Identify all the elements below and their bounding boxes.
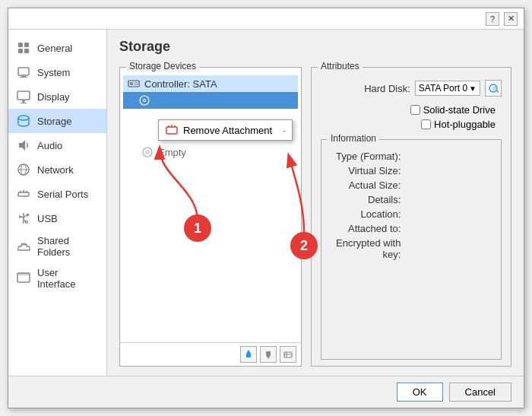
close-button[interactable]: ✕: [504, 12, 518, 26]
add-disk-button[interactable]: [240, 346, 257, 363]
solid-state-row: Solid-state Drive: [410, 104, 496, 116]
svg-marker-41: [246, 350, 251, 354]
attributes-panel: Attributes Hard Disk: SATA Port 0 ▼ 🔍: [311, 67, 511, 367]
sidebar-item-serial[interactable]: Serial Ports: [8, 182, 106, 206]
info-key-5: Attached to:: [328, 223, 407, 234]
controller-icon: [128, 78, 140, 90]
controller-label: Controller: SATA: [144, 78, 217, 90]
sidebar-item-system[interactable]: System: [8, 60, 106, 84]
svg-rect-4: [18, 68, 29, 75]
info-key-0: Type (Format):: [328, 151, 407, 162]
info-row-0: Type (Format):: [328, 149, 495, 164]
sidebar-item-audio[interactable]: Audio: [8, 133, 106, 157]
main-content: Storage Storage Devices Controll: [107, 30, 524, 376]
sidebar-item-storage[interactable]: Storage: [8, 109, 106, 133]
storage-icon: [16, 113, 31, 129]
remove-disk-button[interactable]: [260, 346, 277, 363]
disk-item[interactable]: [123, 92, 298, 109]
sidebar-item-network[interactable]: Network: [8, 157, 106, 182]
attributes-legend: Attributes: [318, 61, 363, 71]
title-bar: ? ✕: [8, 8, 524, 30]
information-group: Information Type (Format): Virtual Size:…: [321, 139, 502, 360]
remove-attachment-shortcut: -: [283, 125, 286, 136]
disk-change-icon: 🔍: [488, 83, 499, 94]
hard-disk-select[interactable]: SATA Port 0 ▼: [415, 81, 480, 96]
controller-item[interactable]: Controller: SATA: [123, 75, 298, 92]
sidebar-label-ui: User Interface: [37, 267, 99, 290]
storage-toolbar: [120, 342, 301, 366]
help-button[interactable]: ?: [486, 12, 499, 26]
general-icon: [16, 40, 31, 56]
sidebar-label-network: Network: [37, 164, 74, 176]
svg-rect-44: [266, 351, 271, 355]
edit-disk-button[interactable]: [280, 346, 296, 363]
svg-rect-7: [17, 91, 30, 100]
svg-rect-3: [24, 49, 29, 53]
sidebar-label-storage: Storage: [37, 116, 72, 127]
ok-button[interactable]: OK: [397, 383, 443, 402]
info-row-1: Virtual Size:: [328, 164, 495, 178]
context-menu[interactable]: Remove Attachment -: [158, 119, 293, 141]
ui-icon: [16, 271, 31, 286]
info-val-2: [407, 179, 495, 191]
sidebar-item-display[interactable]: Display: [8, 84, 106, 109]
info-val-5: [407, 223, 495, 234]
sidebar-item-usb[interactable]: USB: [8, 206, 106, 230]
select-arrow-icon: ▼: [469, 84, 477, 93]
sidebar-item-ui[interactable]: User Interface: [8, 262, 106, 294]
storage-devices-legend: Storage Devices: [126, 61, 199, 71]
svg-point-40: [146, 151, 149, 154]
sidebar-item-shared[interactable]: Shared Folders: [8, 230, 106, 262]
info-key-6: Encrypted with key:: [328, 237, 407, 260]
svg-text:🔍: 🔍: [492, 86, 499, 93]
hard-disk-value: SATA Port 0: [419, 83, 467, 94]
svg-rect-21: [27, 214, 29, 216]
empty-disk-icon: [141, 146, 154, 158]
info-row-2: Actual Size:: [328, 178, 495, 192]
disk-icon: [138, 94, 150, 106]
info-row-6: Encrypted with key:: [328, 236, 495, 262]
sidebar-label-audio: Audio: [37, 140, 62, 151]
info-val-6: [407, 237, 495, 260]
info-val-0: [407, 151, 495, 162]
svg-marker-11: [19, 140, 25, 151]
sidebar-label-shared: Shared Folders: [37, 235, 99, 258]
svg-rect-28: [17, 273, 30, 275]
sidebar-item-general[interactable]: General: [8, 36, 106, 60]
hot-plug-checkbox[interactable]: [421, 119, 431, 129]
empty-label: Empty: [158, 147, 186, 158]
svg-marker-25: [19, 215, 22, 218]
title-bar-buttons: ? ✕: [486, 12, 518, 26]
sidebar-label-system: System: [37, 67, 70, 78]
solid-state-checkbox[interactable]: [410, 105, 420, 115]
display-icon: [16, 89, 31, 104]
hard-disk-label: Hard Disk:: [364, 83, 410, 94]
serial-icon: [16, 186, 31, 202]
svg-rect-30: [130, 82, 133, 85]
hard-disk-info-button[interactable]: 🔍: [485, 80, 502, 97]
usb-icon: [16, 211, 31, 226]
hot-plug-label: Hot-pluggable: [434, 119, 496, 130]
svg-rect-0: [18, 43, 23, 47]
info-val-3: [407, 194, 495, 205]
info-row-3: Details:: [328, 192, 495, 207]
storage-tree: Controller: SATA: [120, 68, 301, 342]
info-row-5: Attached to:: [328, 221, 495, 236]
svg-rect-1: [24, 43, 29, 47]
sidebar-label-serial: Serial Ports: [37, 189, 88, 200]
dialog-footer: OK Cancel: [8, 376, 524, 408]
sidebar-label-usb: USB: [37, 213, 58, 224]
svg-rect-6: [20, 77, 27, 78]
main-dialog: ? ✕ General System Display: [8, 8, 524, 408]
shared-icon: [16, 239, 31, 254]
network-icon: [16, 162, 31, 177]
empty-item[interactable]: Empty: [123, 144, 298, 160]
cancel-button[interactable]: Cancel: [449, 383, 511, 402]
info-val-1: [407, 165, 495, 176]
info-val-4: [407, 208, 495, 220]
page-title: Storage: [119, 39, 511, 55]
info-key-1: Virtual Size:: [328, 165, 407, 176]
sidebar-label-general: General: [37, 43, 72, 54]
svg-marker-8: [22, 100, 25, 103]
system-icon: [16, 65, 31, 80]
